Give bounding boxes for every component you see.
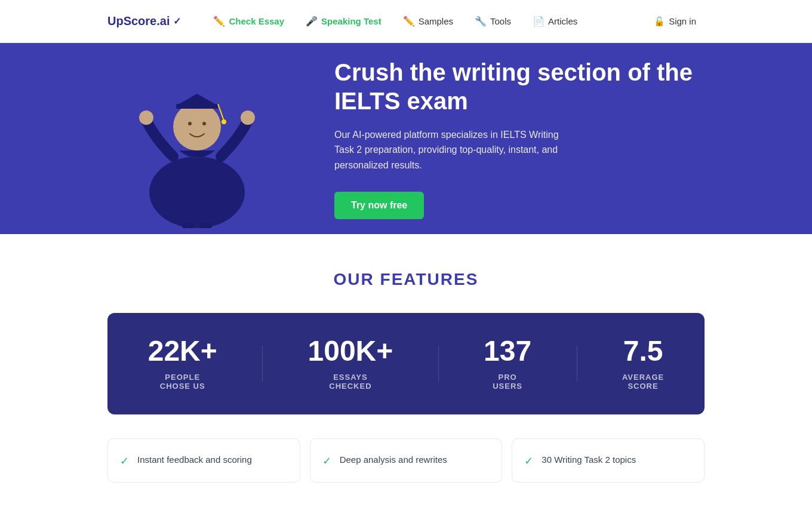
feature-card-text-1: Instant feedback and scoring <box>137 453 252 466</box>
samples-icon: ✏️ <box>403 16 415 27</box>
svg-point-7 <box>241 110 255 125</box>
check-essay-link[interactable]: ✏️ Check Essay <box>205 11 293 32</box>
svg-point-9 <box>202 122 206 125</box>
hero-description: Our AI-powered platform specializes in I… <box>334 127 561 173</box>
feature-card-text-2: Deep analysis and rewrites <box>340 453 447 466</box>
svg-rect-11 <box>200 222 212 228</box>
stat-people-label: PEOPLE CHOSE US <box>148 373 217 391</box>
features-section: OUR FEATURES 22K+ PEOPLE CHOSE US 100K+ … <box>0 234 812 506</box>
speaking-test-label: Speaking Test <box>321 16 382 26</box>
checkmark-icon-2: ✓ <box>322 454 331 468</box>
stat-divider-2 <box>438 346 439 382</box>
articles-link[interactable]: 📄 Articles <box>524 11 586 32</box>
feature-card-text-3: 30 Writing Task 2 topics <box>542 453 636 466</box>
stat-people: 22K+ PEOPLE CHOSE US <box>148 337 217 391</box>
stat-avg-score: 7.5 AVERAGE SCORE <box>622 337 664 391</box>
check-essay-icon: ✏️ <box>213 16 225 27</box>
tools-link[interactable]: 🔧 Tools <box>466 11 519 32</box>
stat-essays-number: 100K+ <box>308 337 393 365</box>
hero-section: Crush the writing section of the IELTS e… <box>0 43 812 234</box>
stat-pro-users-number: 137 <box>484 337 531 365</box>
feature-card-topics: ✓ 30 Writing Task 2 topics <box>512 438 705 483</box>
navigation: UpScore.ai ✓ ✏️ Check Essay 🎤 Speaking T… <box>0 0 812 43</box>
stat-pro-users-label: PRO USERS <box>484 373 531 391</box>
stat-pro-users: 137 PRO USERS <box>484 337 531 391</box>
svg-point-6 <box>139 110 153 125</box>
hero-title: Crush the writing section of the IELTS e… <box>334 58 705 115</box>
stat-essays-label: ESSAYS CHECKED <box>308 373 393 391</box>
stat-divider-1 <box>262 346 263 382</box>
nav-links: ✏️ Check Essay 🎤 Speaking Test ✏️ Sample… <box>205 11 645 32</box>
checkmark-icon-3: ✓ <box>524 454 533 468</box>
try-now-free-button[interactable]: Try now free <box>334 192 424 219</box>
svg-marker-3 <box>179 94 215 104</box>
feature-card-deep-analysis: ✓ Deep analysis and rewrites <box>310 438 503 483</box>
samples-label: Samples <box>419 16 453 26</box>
tools-label: Tools <box>490 16 511 26</box>
svg-rect-2 <box>176 104 218 109</box>
sign-in-label: Sign in <box>669 16 696 26</box>
stat-divider-3 <box>577 346 577 382</box>
graduate-illustration <box>119 55 275 228</box>
sign-in-icon: 🔓 <box>654 16 665 27</box>
stat-avg-score-label: AVERAGE SCORE <box>622 373 664 391</box>
articles-icon: 📄 <box>533 16 545 27</box>
tools-icon: 🔧 <box>475 16 487 27</box>
svg-point-1 <box>173 103 221 150</box>
svg-point-0 <box>149 156 245 228</box>
feature-card-instant-feedback: ✓ Instant feedback and scoring <box>107 438 300 483</box>
svg-rect-10 <box>182 222 194 228</box>
stats-box: 22K+ PEOPLE CHOSE US 100K+ ESSAYS CHECKE… <box>107 313 705 414</box>
sign-in-button[interactable]: 🔓 Sign in <box>645 11 705 32</box>
svg-point-5 <box>222 119 226 124</box>
stat-essays: 100K+ ESSAYS CHECKED <box>308 337 393 391</box>
articles-label: Articles <box>548 16 577 26</box>
stat-people-number: 22K+ <box>148 337 217 365</box>
check-essay-label: Check Essay <box>229 16 284 26</box>
speaking-test-link[interactable]: 🎤 Speaking Test <box>297 11 390 32</box>
svg-point-8 <box>188 122 192 125</box>
feature-cards: ✓ Instant feedback and scoring ✓ Deep an… <box>107 438 705 483</box>
stat-avg-score-number: 7.5 <box>622 337 664 365</box>
checkmark-icon-1: ✓ <box>120 454 129 468</box>
features-title: OUR FEATURES <box>107 270 705 289</box>
hero-content: Crush the writing section of the IELTS e… <box>299 58 705 220</box>
logo-text: UpScore.ai <box>107 14 170 28</box>
speaking-icon: 🎤 <box>306 16 318 27</box>
logo[interactable]: UpScore.ai ✓ <box>107 14 181 28</box>
samples-link[interactable]: ✏️ Samples <box>395 11 462 32</box>
hero-image-area <box>107 49 299 228</box>
logo-check-icon: ✓ <box>173 16 181 27</box>
